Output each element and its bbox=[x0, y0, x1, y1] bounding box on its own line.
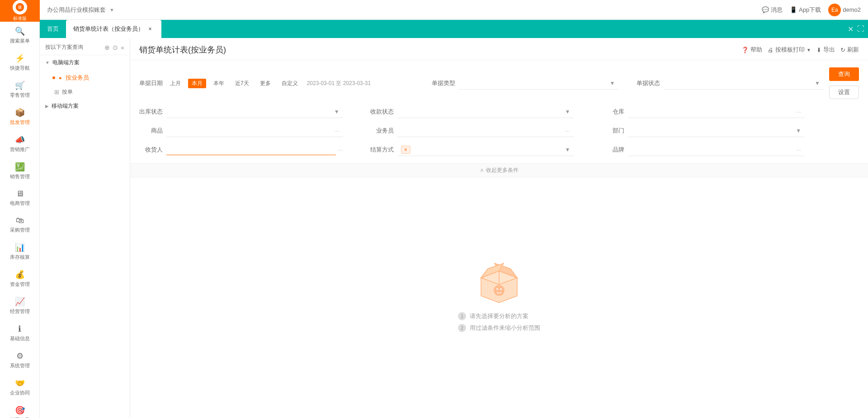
sidebar-label-retail: 零售管理 bbox=[10, 92, 30, 99]
empty-step-2: 2 用过滤条件来缩小分析范围 bbox=[458, 324, 540, 332]
sidebar-item-purchase[interactable]: 🛍 采购管理 bbox=[10, 211, 30, 238]
doc-status-select[interactable]: ▼ bbox=[664, 77, 824, 90]
logo: 标准版 bbox=[0, 0, 40, 22]
filter-row-1: 单据日期 上月 本月 本年 近7天 更多 自定义 2023-03-01 至 20… bbox=[139, 67, 859, 99]
sidebar-label-purchase: 采购管理 bbox=[10, 227, 30, 233]
date-btn-more[interactable]: 更多 bbox=[256, 79, 274, 88]
doc-type-label: 单据类型 bbox=[432, 79, 459, 87]
mobile-scheme-title[interactable]: ▶ 移动端方案 bbox=[40, 99, 130, 114]
date-btn-this-month[interactable]: 本月 bbox=[188, 79, 206, 88]
sidebar-item-operation[interactable]: 📈 经营管理 bbox=[10, 292, 30, 319]
sidebar-item-search[interactable]: 🔍 搜索菜单 bbox=[10, 22, 30, 49]
sidebar-item-basic[interactable]: ℹ 基础信息 bbox=[10, 319, 30, 347]
sidebar-item-finance[interactable]: 💰 资金管理 bbox=[10, 265, 30, 292]
payment-status-label: 收款状态 bbox=[370, 108, 397, 116]
sidebar-label-ecommerce: 电商管理 bbox=[10, 200, 30, 207]
sidebar-item-newbie[interactable]: 🎯 新手引导 bbox=[10, 401, 30, 418]
collapse-bar-label: 收起更多条件 bbox=[486, 167, 519, 173]
tab-sales-stat-label: 销货单统计表（按业务员） bbox=[73, 25, 144, 33]
inventory-icon: 📊 bbox=[15, 242, 25, 252]
sidebar-item-ecommerce[interactable]: 🖥 电商管理 bbox=[10, 185, 30, 211]
warehouse-more-icon: ··· bbox=[796, 108, 801, 115]
desktop-scheme-title[interactable]: ▼ 电脑端方案 bbox=[40, 55, 130, 70]
help-btn[interactable]: ❓ 帮助 bbox=[741, 46, 762, 54]
settlement-tag-remove[interactable]: × bbox=[404, 147, 407, 153]
export-btn[interactable]: ⬇ 导出 bbox=[816, 46, 835, 54]
query-btn[interactable]: 查询 bbox=[829, 67, 859, 81]
doc-status-label: 单据状态 bbox=[637, 79, 664, 87]
tab-expand-icon[interactable]: ⛶ bbox=[857, 25, 864, 33]
date-btn-last-month[interactable]: 上月 bbox=[166, 79, 184, 88]
settings-btn[interactable]: 设置 bbox=[829, 86, 859, 99]
message-icon: 💬 bbox=[762, 6, 769, 13]
date-btn-this-year[interactable]: 本年 bbox=[210, 79, 228, 88]
date-btn-7days[interactable]: 近7天 bbox=[231, 79, 253, 88]
topbar: 办公用品行业模拟账套 ▼ 💬 消息 📱 App下载 Ea demo2 bbox=[40, 0, 868, 20]
scheme-item-order-label: 按单 bbox=[62, 88, 73, 96]
svg-point-6 bbox=[496, 288, 498, 290]
mobile-scheme-label: 移动端方案 bbox=[52, 102, 79, 110]
sidebar-item-retail[interactable]: 🛒 零售管理 bbox=[10, 76, 30, 103]
sidebar-item-system[interactable]: ⚙ 系统管理 bbox=[10, 347, 30, 374]
filter-out-status: 出库状态 ▼ bbox=[139, 105, 343, 118]
tab-close-btn[interactable]: × bbox=[146, 25, 154, 33]
scheme-item-salesman[interactable]: ● 按业务员 bbox=[40, 70, 130, 86]
warehouse-label: 仓库 bbox=[601, 108, 628, 116]
tabbar-actions: ✕ ⛶ bbox=[848, 25, 868, 33]
user-profile-btn[interactable]: Ea demo2 bbox=[828, 4, 861, 16]
export-icon: ⬇ bbox=[816, 47, 821, 53]
refresh-label: 刷新 bbox=[847, 46, 859, 54]
tab-sales-stat[interactable]: 销货单统计表（按业务员） × bbox=[66, 20, 161, 38]
message-btn[interactable]: 💬 消息 bbox=[762, 6, 783, 14]
left-panel-header: 按以下方案查询 ⊕ ⊙ « bbox=[40, 38, 130, 55]
brand-select[interactable]: ··· bbox=[628, 143, 805, 156]
tab-home[interactable]: 首页 bbox=[40, 20, 66, 38]
date-btn-custom[interactable]: 自定义 bbox=[278, 79, 302, 88]
out-status-select[interactable]: ▼ bbox=[166, 105, 343, 118]
salesman-label: 业务员 bbox=[370, 127, 397, 135]
out-status-arrow: ▼ bbox=[334, 109, 340, 115]
doc-type-select[interactable]: ▼ bbox=[459, 77, 619, 90]
settings-scheme-btn[interactable]: ⊙ bbox=[113, 44, 118, 51]
scheme-item-order[interactable]: ⊞ 按单 bbox=[40, 86, 130, 99]
sidebar-item-wholesale[interactable]: 📦 批发管理 bbox=[10, 103, 30, 130]
doc-status-arrow: ▼ bbox=[815, 80, 820, 86]
app-download-btn[interactable]: 📱 App下载 bbox=[790, 6, 821, 14]
goods-more-icon: ··· bbox=[334, 127, 340, 134]
sidebar-item-inventory[interactable]: 📊 库存核算 bbox=[10, 238, 30, 265]
settlement-select[interactable]: × ▼ bbox=[397, 143, 574, 156]
operation-icon: 📈 bbox=[15, 297, 25, 307]
empty-steps: 1 请先选择要分析的方案 2 用过滤条件来缩小分析范围 bbox=[458, 312, 540, 336]
goods-select[interactable]: ··· bbox=[166, 124, 343, 137]
add-scheme-btn[interactable]: ⊕ bbox=[104, 44, 110, 51]
workspace-dropdown-icon[interactable]: ▼ bbox=[109, 7, 114, 13]
department-arrow: ▼ bbox=[796, 128, 801, 134]
collapse-panel-btn[interactable]: « bbox=[121, 44, 124, 51]
active-indicator bbox=[52, 76, 55, 79]
basic-icon: ℹ bbox=[18, 324, 21, 334]
refresh-btn[interactable]: ↻ 刷新 bbox=[840, 46, 859, 54]
sidebar-item-marketing[interactable]: 📣 营销推广 bbox=[10, 130, 30, 157]
brand-label: 品牌 bbox=[601, 146, 628, 154]
workspace-selector[interactable]: 办公用品行业模拟账套 ▼ bbox=[47, 6, 114, 14]
salesman-more-icon: ··· bbox=[565, 127, 571, 134]
collapse-filter-bar[interactable]: ∧ 收起更多条件 bbox=[130, 164, 868, 177]
message-label: 消息 bbox=[771, 6, 783, 14]
sidebar-item-quicknav[interactable]: ⚡ 快捷导航 bbox=[10, 49, 30, 76]
salesman-select[interactable]: ··· bbox=[397, 124, 574, 137]
doc-type-arrow: ▼ bbox=[609, 80, 615, 86]
sidebar-label-search: 搜索菜单 bbox=[10, 38, 30, 44]
sidebar-item-enterprise[interactable]: 🤝 企业协同 bbox=[10, 374, 30, 401]
settlement-label: 结算方式 bbox=[370, 146, 397, 154]
tab-close-all-icon[interactable]: ✕ bbox=[848, 25, 854, 33]
payment-status-select[interactable]: ▼ bbox=[397, 105, 574, 118]
app-download-label: App下载 bbox=[799, 6, 821, 14]
topbar-right: 💬 消息 📱 App下载 Ea demo2 bbox=[762, 4, 861, 16]
warehouse-select[interactable]: ··· bbox=[628, 105, 805, 118]
template-print-btn[interactable]: 🖨 按模板打印 ▼ bbox=[768, 46, 811, 54]
step-2-label: 用过滤条件来缩小分析范围 bbox=[470, 324, 540, 332]
department-select[interactable]: ▼ bbox=[628, 124, 805, 137]
consignee-input[interactable] bbox=[166, 144, 336, 155]
print-icon: 🖨 bbox=[768, 47, 774, 53]
sidebar-item-sales[interactable]: 💹 销售管理 bbox=[10, 157, 30, 185]
